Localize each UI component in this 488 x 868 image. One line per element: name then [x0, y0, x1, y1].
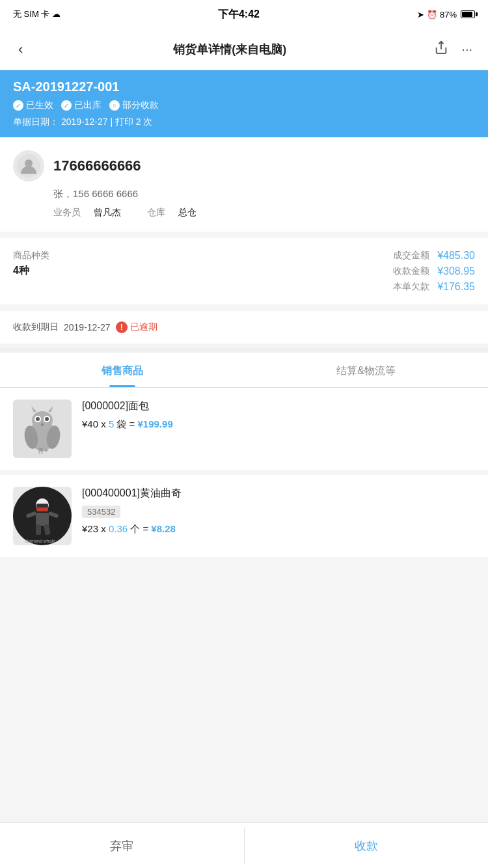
owed-label: 本单欠款 [393, 281, 429, 293]
check-icon-2: ✓ [61, 100, 72, 111]
transaction-row: 成交金额 ¥485.30 [393, 250, 475, 262]
product-info-1: [0000002]面包 ¥40 x 5 袋 = ¥199.99 [82, 400, 475, 431]
customer-phone: 17666666666 [53, 157, 141, 174]
product-thumbnail-1: 兽+ [13, 400, 72, 458]
customer-name-phone: 张，156 6666 6666 [13, 188, 475, 200]
product-list: 兽+ [0000002]面包 ¥40 x 5 袋 = ¥199.99 [0, 388, 488, 557]
banner-badges: ✓ 已生效 ✓ 已出库 ○ 部分收款 [13, 100, 475, 111]
warehouse-label: 仓库 [147, 207, 165, 219]
battery-percent: 87% [440, 10, 457, 20]
battery-icon [461, 10, 475, 18]
payment-due-section: 收款到期日 2019-12-27 ! 已逾期 [0, 311, 488, 344]
product-sku-2: 534532 [82, 506, 120, 518]
received-label: 收款金额 [393, 265, 429, 277]
more-button[interactable]: ··· [459, 39, 475, 59]
svg-rect-19 [36, 504, 48, 508]
product-qty-1: 5 [109, 418, 114, 429]
banner-date: 单据日期： 2019-12-27 | 打印 2 次 [13, 116, 475, 128]
customer-meta: 业务员 曾凡杰 仓库 总仓 [13, 207, 475, 219]
svg-text:diamond whale: diamond whale [25, 539, 55, 543]
product-total-2: ¥8.28 [151, 523, 176, 534]
clock-icon: ○ [109, 100, 120, 111]
received-row: 收款金额 ¥308.95 [393, 265, 475, 277]
svg-rect-21 [36, 524, 41, 535]
confirm-button[interactable]: 收款 [245, 828, 489, 864]
alarm-icon: ⏰ [427, 10, 437, 20]
divider [0, 347, 488, 353]
tab-products[interactable]: 销售商品 [0, 353, 244, 387]
header-banner: SA-20191227-001 ✓ 已生效 ✓ 已出库 ○ 部分收款 单据日期：… [0, 70, 488, 137]
nav-actions: ··· [431, 38, 475, 61]
transaction-value: ¥485.30 [437, 250, 475, 262]
overdue-badge: ! 已逾期 [116, 321, 157, 333]
product-item-2: diamond whale [000400001]黄油曲奇 534532 ¥23… [0, 475, 488, 557]
received-value: ¥308.95 [437, 265, 475, 277]
badge-effective: ✓ 已生效 [13, 100, 53, 111]
overdue-text: 已逾期 [130, 321, 157, 333]
customer-card: 17666666666 张，156 6666 6666 业务员 曾凡杰 仓库 总… [0, 137, 488, 232]
customer-header: 17666666666 [13, 150, 475, 182]
product-info-2: [000400001]黄油曲奇 534532 ¥23 x 0.36 个 = ¥8… [82, 487, 475, 536]
order-id: SA-20191227-001 [13, 79, 475, 94]
svg-point-9 [45, 417, 49, 421]
summary-section: 商品种类 4种 成交金额 ¥485.30 收款金额 ¥308.95 本单欠款 ¥… [0, 238, 488, 305]
tab-settlement[interactable]: 结算&物流等 [244, 353, 488, 387]
tabs: 销售商品 结算&物流等 [0, 353, 488, 388]
salesperson-label: 业务员 [53, 207, 81, 219]
badge-partial-payment: ○ 部分收款 [109, 100, 159, 111]
back-button[interactable]: ‹ [13, 36, 28, 63]
nav-bar: ‹ 销货单详情(来自电脑) ··· [0, 29, 488, 70]
product-item: 兽+ [0000002]面包 ¥40 x 5 袋 = ¥199.99 [0, 388, 488, 470]
product-type-label: 商品种类 [13, 250, 49, 262]
product-type-info: 商品种类 4种 [13, 250, 49, 278]
warehouse-value: 总仓 [178, 207, 197, 219]
avatar [13, 150, 44, 182]
check-icon-1: ✓ [13, 100, 23, 111]
svg-point-8 [36, 417, 40, 421]
product-total-1: ¥199.99 [138, 418, 173, 429]
product-price-2: ¥23 x 0.36 个 = ¥8.28 [82, 523, 475, 536]
cancel-button[interactable]: 弃审 [0, 828, 245, 864]
bottom-action-bar: 弃审 收款 [0, 822, 488, 868]
payment-due-label: 收款到期日 [13, 321, 59, 333]
status-left: 无 SIM 卡 ☁ [13, 8, 61, 20]
owed-value: ¥176.35 [437, 281, 475, 293]
share-button[interactable] [431, 38, 451, 61]
badge-shipped: ✓ 已出库 [61, 100, 102, 111]
status-right: ➤ ⏰ 87% [417, 10, 475, 20]
amounts-info: 成交金额 ¥485.30 收款金额 ¥308.95 本单欠款 ¥176.35 [393, 250, 475, 293]
product-name-1: [0000002]面包 [82, 400, 475, 413]
summary-row: 商品种类 4种 成交金额 ¥485.30 收款金额 ¥308.95 本单欠款 ¥… [13, 250, 475, 293]
overdue-icon: ! [116, 321, 128, 333]
product-thumbnail-2: diamond whale [13, 487, 72, 545]
location-icon: ➤ [417, 10, 424, 20]
status-bar: 无 SIM 卡 ☁ 下午4:42 ➤ ⏰ 87% [0, 0, 488, 29]
page-title: 销货单详情(来自电脑) [173, 42, 286, 57]
payment-due-date: 2019-12-27 [64, 322, 111, 332]
svg-rect-20 [36, 513, 49, 526]
product-type-value: 4种 [13, 264, 49, 278]
owed-row: 本单欠款 ¥176.35 [393, 281, 475, 293]
product-qty-2: 0.36 [109, 523, 128, 534]
product-price-1: ¥40 x 5 袋 = ¥199.99 [82, 418, 475, 431]
product-name-2: [000400001]黄油曲奇 [82, 487, 475, 500]
salesperson-value: 曾凡杰 [94, 207, 121, 219]
transaction-label: 成交金额 [393, 250, 429, 262]
status-time: 下午4:42 [218, 8, 260, 21]
svg-text:兽+: 兽+ [38, 447, 48, 454]
